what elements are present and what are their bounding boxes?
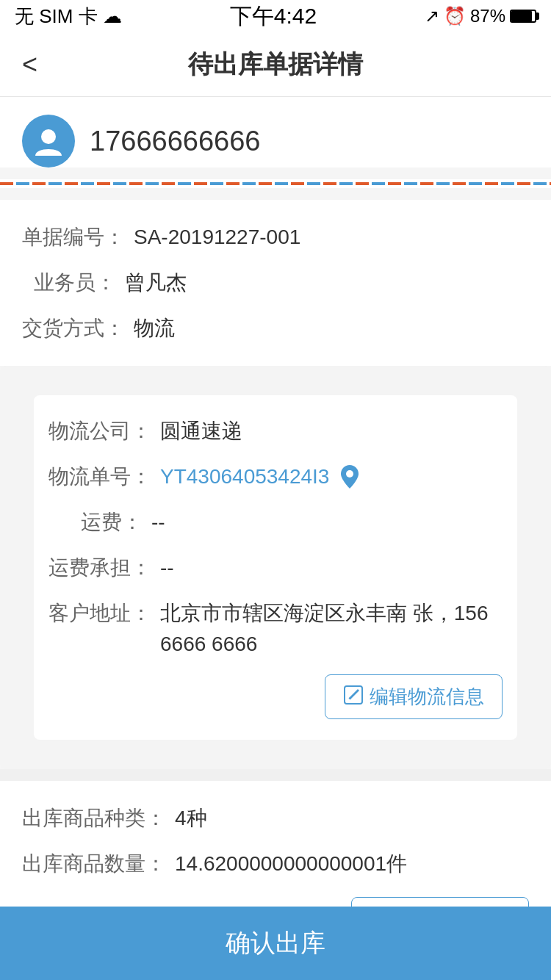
order-info-section: 单据编号： SA-20191227-001 业务员： 曾凡杰 交货方式： 物流	[0, 200, 551, 366]
address-row: 客户地址： 北京市市辖区海淀区永丰南 张，156 6666 6666	[48, 598, 503, 660]
logistics-company-label: 物流公司：	[48, 416, 160, 447]
edit-logistics-button[interactable]: 编辑物流信息	[325, 674, 503, 719]
logistics-section: 物流公司： 圆通速递 物流单号： YT43064053424I3 运费：	[0, 366, 551, 769]
freight-label: 运费：	[48, 507, 151, 538]
goods-category-value: 4种	[175, 803, 529, 834]
svg-point-1	[346, 470, 353, 478]
edit-icon	[343, 685, 364, 710]
status-bar-left: 无 SIM 卡 ☁	[15, 4, 122, 29]
freight-bearer-label: 运费承担：	[48, 552, 160, 583]
goods-quantity-row: 出库商品数量： 14.6200000000000001件	[22, 849, 529, 879]
tracking-no-label: 物流单号：	[48, 461, 160, 492]
battery-icon	[510, 10, 536, 23]
delivery-label: 交货方式：	[22, 313, 134, 344]
svg-point-0	[41, 129, 56, 144]
delivery-value: 物流	[134, 313, 529, 344]
tracking-no-row: 物流单号： YT43064053424I3	[48, 461, 503, 492]
salesman-value: 曾凡杰	[125, 267, 529, 298]
user-avatar-icon	[32, 125, 65, 157]
logistics-company-value: 圆通速递	[160, 416, 503, 447]
address-value: 北京市市辖区海淀区永丰南 张，156 6666 6666	[160, 598, 503, 660]
salesman-row: 业务员： 曾凡杰	[22, 267, 529, 298]
sim-status: 无 SIM 卡 ☁	[15, 4, 122, 29]
status-bar-time: 下午4:42	[230, 1, 317, 32]
user-header: 17666666666	[0, 97, 551, 167]
confirm-button[interactable]: 确认出库	[0, 907, 551, 980]
address-label: 客户地址：	[48, 598, 160, 629]
edit-logistics-label: 编辑物流信息	[370, 684, 484, 710]
freight-bearer-row: 运费承担： --	[48, 552, 503, 583]
user-phone: 17666666666	[90, 126, 260, 157]
tracking-no-value: YT43064053424I3	[160, 461, 503, 492]
salesman-label: 业务员：	[22, 267, 125, 298]
nav-bar: < 待出库单据详情	[0, 32, 551, 97]
freight-value: --	[151, 507, 503, 538]
freight-bearer-value: --	[160, 552, 503, 583]
goods-quantity-value: 14.6200000000000001件	[175, 849, 529, 879]
order-no-label: 单据编号：	[22, 222, 134, 253]
order-no-row: 单据编号： SA-20191227-001	[22, 222, 529, 253]
location-pin-icon[interactable]	[336, 464, 363, 490]
confirm-label: 确认出库	[226, 926, 325, 960]
status-bar: 无 SIM 卡 ☁ 下午4:42 ↗ ⏰ 87%	[0, 0, 551, 32]
freight-row: 运费： --	[48, 507, 503, 538]
goods-category-row: 出库商品种类： 4种	[22, 803, 529, 834]
goods-category-label: 出库商品种类：	[22, 803, 175, 834]
logistics-company-row: 物流公司： 圆通速递	[48, 416, 503, 447]
dashed-divider	[0, 179, 551, 188]
edit-logistics-container: 编辑物流信息	[48, 674, 503, 719]
avatar	[22, 115, 75, 167]
location-icon-status: ↗	[425, 6, 439, 26]
status-bar-right: ↗ ⏰ 87%	[425, 6, 536, 26]
page-title: 待出库单据详情	[188, 48, 363, 82]
battery-level: 87%	[470, 6, 505, 26]
order-no-value: SA-20191227-001	[134, 222, 529, 253]
section-divider	[0, 769, 551, 781]
logistics-card: 物流公司： 圆通速递 物流单号： YT43064053424I3 运费：	[34, 395, 517, 740]
alarm-icon: ⏰	[444, 6, 466, 26]
delivery-row: 交货方式： 物流	[22, 313, 529, 344]
back-button[interactable]: <	[22, 42, 45, 87]
goods-quantity-label: 出库商品数量：	[22, 849, 175, 879]
